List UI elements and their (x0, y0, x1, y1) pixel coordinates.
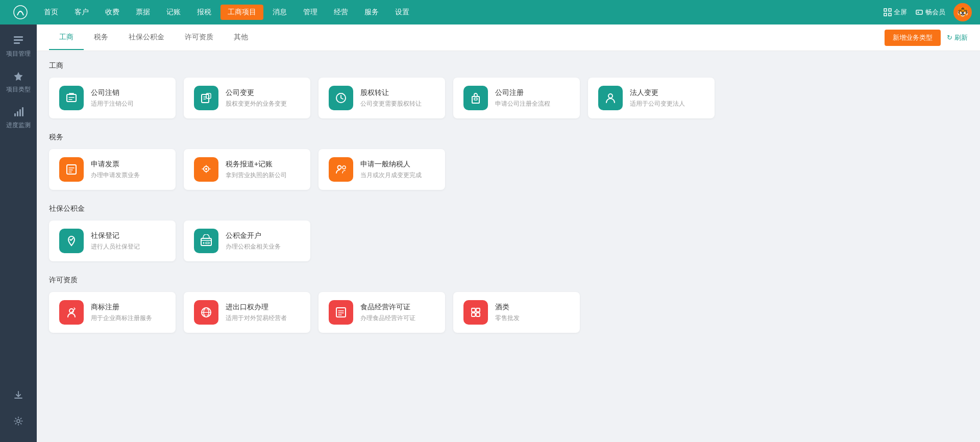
project-type-icon (13, 70, 24, 83)
sidebar-label-project-mgmt: 项目管理 (6, 50, 31, 58)
tab-gongshang[interactable]: 工商 (49, 26, 84, 50)
nav-settings[interactable]: 设置 (388, 5, 416, 20)
card-info-alcohol: 酒类 零售批发 (495, 303, 570, 323)
new-type-button[interactable]: 新增业务类型 (885, 30, 941, 46)
card-name-import-export: 进出口权办理 (226, 303, 300, 312)
card-equity-transfer[interactable]: 股权转让 公司变更需要股权转让 (318, 78, 445, 118)
card-info-legal-change: 法人变更 适用于公司变更法人 (630, 88, 704, 108)
card-import-export[interactable]: 进出口权办理 适用于对外贸易经营者 (184, 292, 310, 333)
nav-tax[interactable]: 报税 (190, 5, 218, 20)
card-social-insurance[interactable]: 社保登记 进行人员社保登记 (49, 220, 176, 261)
nav-mgmt[interactable]: 管理 (296, 5, 325, 20)
tab-shebao[interactable]: 社保公积金 (118, 26, 175, 50)
nav-client[interactable]: 客户 (67, 5, 96, 20)
card-company-cancel[interactable]: 公司注销 适用于注销公司 (49, 78, 176, 118)
svg-point-27 (342, 166, 346, 169)
card-desc-legal-change: 适用于公司变更法人 (630, 100, 704, 108)
svg-point-25 (205, 168, 207, 170)
mascot-avatar[interactable]: 🐯 (953, 3, 972, 21)
sidebar-item-download[interactable] (9, 384, 28, 408)
card-name-equity-transfer: 股权转让 (360, 88, 435, 97)
card-info-food-license: 食品经营许可证 办理食品经营许可证 (360, 303, 435, 323)
nav-fee[interactable]: 收费 (98, 5, 127, 20)
card-icon-fund (194, 229, 218, 253)
member-button[interactable]: 畅会员 (915, 8, 945, 17)
card-desc-tax-report: 拿到营业执照的新公司 (226, 171, 300, 180)
card-legal-change[interactable]: 法人变更 适用于公司变更法人 (588, 78, 715, 118)
section-shuiwu: 税务 申请发票 办理申请发票业务 (49, 133, 968, 190)
svg-rect-23 (67, 165, 76, 174)
svg-rect-21 (474, 98, 477, 100)
card-info-company-change: 公司变更 股权变更外的业务变更 (226, 88, 300, 108)
svg-point-26 (338, 166, 341, 169)
card-info-tax-report: 税务报道+记账 拿到营业执照的新公司 (226, 160, 300, 180)
card-icon-invoice (59, 157, 84, 182)
sidebar-item-progress[interactable]: 进度监测 (0, 100, 37, 136)
card-company-register[interactable]: 公司注册 申请公司注册全流程 (453, 78, 580, 118)
card-fund[interactable]: 公积金开户 办理公积金相关业务 (184, 220, 310, 261)
tab-other[interactable]: 其他 (224, 26, 258, 50)
card-food-license[interactable]: 食品经营许可证 办理食品经营许可证 (318, 292, 445, 333)
card-desc-trademark: 用于企业商标注册服务 (91, 314, 165, 323)
card-desc-social-insurance: 进行人员社保登记 (91, 242, 165, 251)
card-tax-report[interactable]: 税务报道+记账 拿到营业执照的新公司 (184, 149, 310, 190)
refresh-label: 刷新 (954, 33, 968, 42)
svg-rect-34 (336, 308, 346, 317)
card-name-company-change: 公司变更 (226, 88, 300, 97)
fullscreen-label: 全屏 (894, 8, 907, 17)
main-container: 项目管理 项目类型 进度监测 (0, 24, 980, 442)
card-info-fund: 公积金开户 办理公积金相关业务 (226, 231, 300, 251)
svg-rect-38 (476, 313, 480, 316)
section-gongshang: 工商 公司注销 适用于注销公司 (49, 61, 968, 118)
svg-point-29 (203, 242, 205, 244)
card-info-invoice: 申请发票 办理申请发票业务 (91, 160, 165, 180)
nav-account[interactable]: 记账 (159, 5, 188, 20)
svg-rect-30 (206, 242, 209, 244)
svg-rect-2 (889, 9, 891, 11)
card-info-social-insurance: 社保登记 进行人员社保登记 (91, 231, 165, 251)
card-company-change[interactable]: 公司变更 股权变更外的业务变更 (184, 78, 310, 118)
card-taxpayer[interactable]: 申请一般纳税人 当月或次月成变更完成 (318, 149, 445, 190)
card-info-taxpayer: 申请一般纳税人 当月或次月成变更完成 (360, 160, 435, 180)
nav-right: 全屏 畅会员 🐯 (884, 3, 972, 21)
card-name-taxpayer: 申请一般纳税人 (360, 160, 435, 169)
member-label: 畅会员 (925, 8, 945, 17)
card-icon-company-register (463, 86, 488, 110)
logo[interactable] (8, 0, 33, 24)
nav-msg[interactable]: 消息 (265, 5, 294, 20)
card-desc-company-register: 申请公司注册全流程 (495, 100, 570, 108)
tab-xuke[interactable]: 许可资质 (175, 26, 224, 50)
fullscreen-button[interactable]: 全屏 (884, 8, 907, 17)
card-name-alcohol: 酒类 (495, 303, 570, 312)
card-alcohol[interactable]: 酒类 零售批发 (453, 292, 580, 333)
nav-bill[interactable]: 票据 (129, 5, 157, 20)
nav-ops[interactable]: 经营 (327, 5, 355, 20)
svg-point-22 (608, 94, 612, 98)
refresh-icon: ↻ (947, 34, 952, 41)
section-title-xuke: 许可资质 (49, 276, 968, 285)
scroll-area[interactable]: 工商 公司注销 适用于注销公司 (37, 51, 980, 442)
sidebar-item-settings[interactable] (9, 410, 28, 434)
sidebar-item-project-mgmt[interactable]: 项目管理 (0, 29, 37, 64)
sidebar-item-project-type[interactable]: 项目类型 (0, 64, 37, 100)
card-icon-legal-change (598, 86, 623, 110)
svg-rect-8 (14, 39, 23, 41)
tabs-actions: 新增业务类型 ↻ 刷新 (885, 30, 968, 46)
card-name-food-license: 食品经营许可证 (360, 303, 435, 312)
section-title-shebao: 社保公积金 (49, 204, 968, 213)
nav-service[interactable]: 服务 (357, 5, 386, 20)
nav-home[interactable]: 首页 (37, 5, 65, 20)
tab-shuiwu[interactable]: 税务 (84, 26, 118, 50)
card-name-trademark: 商标注册 (91, 303, 165, 312)
nav-biz[interactable]: 工商项目 (220, 5, 263, 20)
card-icon-taxpayer (329, 157, 353, 182)
card-trademark[interactable]: 商标注册 用于企业商标注册服务 (49, 292, 176, 333)
card-info-company-cancel: 公司注销 适用于注销公司 (91, 88, 165, 108)
card-icon-company-change (194, 86, 218, 110)
cards-grid-gongshang: 公司注销 适用于注销公司 (49, 78, 968, 118)
card-invoice[interactable]: 申请发票 办理申请发票业务 (49, 149, 176, 190)
refresh-button[interactable]: ↻ 刷新 (947, 33, 968, 42)
card-name-social-insurance: 社保登记 (91, 231, 165, 240)
card-icon-tax-report (194, 157, 218, 182)
card-icon-import-export (194, 300, 218, 325)
